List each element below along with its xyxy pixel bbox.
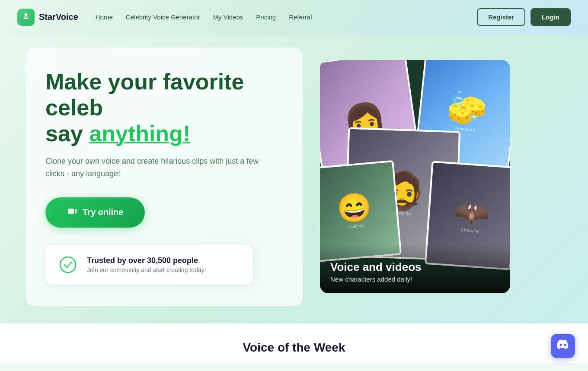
nav-my-videos[interactable]: My Videos bbox=[213, 13, 243, 21]
hero-title-connector: say bbox=[45, 121, 89, 146]
nav-referral[interactable]: Referral bbox=[289, 13, 312, 21]
discord-button[interactable] bbox=[551, 334, 575, 358]
nav-left: StarVoice Home Celebrity Voice Generator… bbox=[17, 9, 312, 26]
trust-badge: Trusted by over 30,500 people Join our c… bbox=[45, 245, 253, 285]
checkmark-icon bbox=[58, 254, 78, 275]
register-button[interactable]: Register bbox=[477, 8, 525, 26]
collage-overlay: Voice and videos New characters added da… bbox=[320, 243, 510, 293]
try-online-label: Try online bbox=[83, 207, 123, 217]
hero-title: Make your favorite celeb say anything! bbox=[45, 69, 283, 146]
navbar: StarVoice Home Celebrity Voice Generator… bbox=[0, 0, 588, 35]
nav-links: Home Celebrity Voice Generator My Videos… bbox=[96, 13, 312, 21]
hero-left-card: Make your favorite celeb say anything! C… bbox=[26, 48, 303, 306]
svg-point-2 bbox=[24, 14, 25, 16]
trust-text: Trusted by over 30,500 people Join our c… bbox=[87, 256, 206, 273]
voice-week-section: Voice of the Week bbox=[0, 323, 588, 363]
hero-subtitle: Clone your own voice and create hilariou… bbox=[45, 155, 262, 180]
logo[interactable]: StarVoice bbox=[17, 9, 78, 26]
play-icon bbox=[67, 206, 77, 219]
discord-icon bbox=[556, 339, 569, 353]
collage-card: 👩 Celebrity 🧽 Animated 🧔 Celebrity bbox=[320, 60, 510, 293]
logo-icon bbox=[17, 9, 35, 26]
svg-rect-4 bbox=[68, 209, 74, 214]
collage-subtitle: New characters added daily! bbox=[330, 276, 500, 283]
voice-week-title: Voice of the Week bbox=[26, 341, 562, 355]
hero-title-start: Make your favorite celeb bbox=[45, 69, 244, 120]
hero-right-card: 👩 Celebrity 🧽 Animated 🧔 Celebrity bbox=[320, 48, 510, 306]
collage-title: Voice and videos bbox=[330, 260, 500, 274]
svg-point-3 bbox=[27, 14, 29, 16]
nav-pricing[interactable]: Pricing bbox=[256, 13, 276, 21]
nav-right: Register Login bbox=[477, 8, 571, 26]
logo-text: StarVoice bbox=[39, 12, 78, 22]
nav-celeb-voice[interactable]: Celebrity Voice Generator bbox=[126, 13, 200, 21]
svg-rect-1 bbox=[23, 18, 29, 19]
try-online-button[interactable]: Try online bbox=[45, 197, 145, 228]
hero-section: Make your favorite celeb say anything! C… bbox=[0, 35, 588, 323]
trust-primary: Trusted by over 30,500 people bbox=[87, 256, 206, 265]
trust-secondary: Join our community and start creating to… bbox=[87, 266, 206, 273]
svg-point-5 bbox=[60, 257, 76, 273]
login-button[interactable]: Login bbox=[530, 8, 571, 26]
hero-title-highlight: anything! bbox=[89, 121, 190, 146]
nav-home[interactable]: Home bbox=[96, 13, 113, 21]
